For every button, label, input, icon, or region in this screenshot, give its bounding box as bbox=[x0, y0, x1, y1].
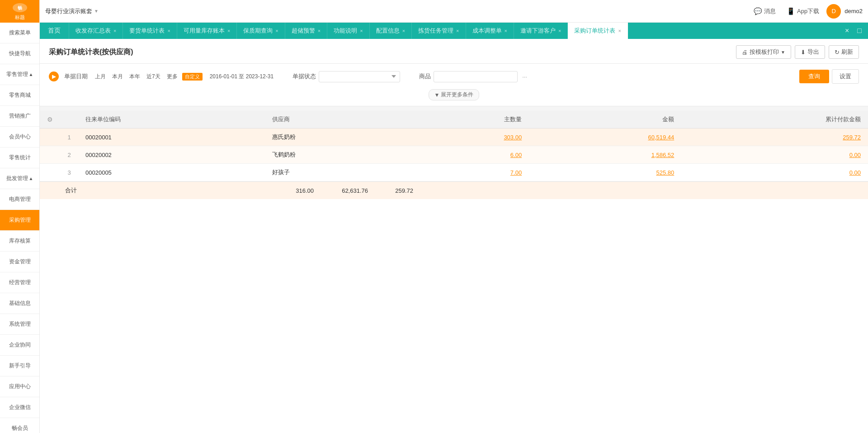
sidebar-item-enterprise[interactable]: 企业协同 bbox=[0, 335, 39, 356]
filter-expand-row: ▼ 展开更多条件 bbox=[49, 87, 859, 100]
sidebar-item-wholesale[interactable]: 批发管理 ▲ bbox=[0, 168, 39, 189]
tab-receive-summary[interactable]: 收发存汇总表 × bbox=[69, 23, 123, 39]
message-icon: 💬 bbox=[754, 7, 762, 15]
export-icon: ⬇ bbox=[801, 49, 806, 56]
sidebar-item-label: 零售统计 bbox=[9, 154, 31, 162]
sidebar-item-finance[interactable]: 资金管理 bbox=[0, 252, 39, 272]
sidebar-item-inventory[interactable]: 库存核算 bbox=[0, 231, 39, 252]
settings-button[interactable]: 设置 bbox=[832, 69, 859, 84]
sidebar-item-label: 企业协同 bbox=[9, 341, 31, 349]
goods-input[interactable] bbox=[434, 71, 518, 82]
shortcut-this-month[interactable]: 本月 bbox=[110, 72, 125, 81]
custom-date-badge[interactable]: 自定义 bbox=[182, 73, 203, 81]
tab-invite-downstream[interactable]: 邀请下游客户 × bbox=[514, 23, 568, 39]
sidebar-item-newbie[interactable]: 新手引导 bbox=[0, 356, 39, 376]
tab-close-icon[interactable]: × bbox=[318, 28, 321, 33]
expand-button[interactable]: ▼ 展开更多条件 bbox=[429, 89, 480, 100]
sidebar-item-label: 经营管理 bbox=[9, 279, 31, 286]
tab-home[interactable]: 首页 bbox=[40, 23, 69, 39]
app-logo-label: 标题 bbox=[15, 14, 25, 21]
maximize-button[interactable]: □ bbox=[854, 26, 864, 36]
workspace-chevron-icon: ▼ bbox=[94, 9, 99, 14]
app-download-button[interactable]: 📱 App下载 bbox=[783, 5, 823, 17]
sidebar-item-corp-wechat[interactable]: 企业微信 bbox=[0, 397, 39, 418]
table-row[interactable]: 1 00020001 惠氏奶粉 303.00 60,519.44 259.72 bbox=[40, 128, 868, 146]
row-paid[interactable]: 0.00 bbox=[681, 146, 868, 164]
page-actions: 🖨 按模板打印 ▼ ⬇ 导出 ↻ 刷新 bbox=[736, 45, 859, 59]
tab-config-info[interactable]: 配置信息 × bbox=[370, 23, 412, 39]
sidebar-item-label: 电商管理 bbox=[9, 195, 31, 203]
expand-label: 展开更多条件 bbox=[441, 91, 473, 99]
sidebar-item-ecom[interactable]: 电商管理 bbox=[0, 189, 39, 210]
tab-cost-adjust[interactable]: 成本调整单 × bbox=[466, 23, 514, 39]
tab-close-icon[interactable]: × bbox=[505, 28, 507, 33]
print-button[interactable]: 🖨 按模板打印 ▼ bbox=[736, 45, 791, 59]
row-amount[interactable]: 60,519.44 bbox=[529, 128, 681, 146]
row-paid[interactable]: 259.72 bbox=[681, 128, 868, 146]
tab-close-icon[interactable]: × bbox=[113, 28, 116, 33]
sidebar-item-basic[interactable]: 基础信息 bbox=[0, 293, 39, 314]
col-paid-header: 累计付款金额 bbox=[681, 111, 868, 128]
col-supplier-header: 供应商 bbox=[265, 111, 407, 128]
sidebar-item-ops[interactable]: 经营管理 bbox=[0, 272, 39, 293]
shortcut-last-month[interactable]: 上月 bbox=[93, 72, 108, 81]
avatar[interactable]: D bbox=[826, 4, 841, 19]
filter-row-1: ▶ 单据日期 上月 本月 本年 近7天 更多 自定义 2016-01-01 至 … bbox=[49, 69, 859, 84]
settings-icon[interactable]: ⚙ bbox=[47, 116, 53, 123]
tab-available-inventory[interactable]: 可用量库存账本 × bbox=[177, 23, 237, 39]
footer-paid: 259.72 bbox=[368, 187, 413, 194]
tab-close-icon[interactable]: × bbox=[167, 28, 170, 33]
tab-shelf-life[interactable]: 保质期查询 × bbox=[237, 23, 285, 39]
goods-more-icon[interactable]: ··· bbox=[522, 73, 527, 80]
tab-purchase-stat[interactable]: 采购订单统计表 × bbox=[568, 23, 627, 39]
tab-close-icon[interactable]: × bbox=[402, 28, 405, 33]
tab-close-icon[interactable]: × bbox=[558, 28, 561, 33]
table-row[interactable]: 3 00020005 好孩子 7.00 525.80 0.00 bbox=[40, 164, 868, 181]
status-select[interactable] bbox=[319, 71, 400, 82]
sidebar-item-apps[interactable]: 应用中心 bbox=[0, 376, 39, 397]
tab-close-icon[interactable]: × bbox=[275, 28, 278, 33]
tab-close-icon[interactable]: × bbox=[227, 28, 230, 33]
close-tab-button[interactable]: × bbox=[842, 26, 852, 36]
row-quantity[interactable]: 7.00 bbox=[407, 164, 529, 181]
row-amount[interactable]: 525.80 bbox=[529, 164, 681, 181]
shortcut-7days[interactable]: 近7天 bbox=[145, 72, 162, 81]
sidebar-item-retail[interactable]: 零售管理 ▲ bbox=[0, 64, 39, 85]
tab-close-icon[interactable]: × bbox=[618, 28, 621, 33]
sidebar-item-system[interactable]: 系统管理 bbox=[0, 314, 39, 335]
search-button[interactable]: 查询 bbox=[799, 70, 829, 83]
sidebar-item-purchase[interactable]: 采购管理 bbox=[0, 210, 39, 231]
sidebar-item-retail-stat[interactable]: 零售统计 bbox=[0, 148, 39, 168]
tab-label: 成本调整单 bbox=[472, 27, 502, 35]
row-unit-code: 00020005 bbox=[78, 164, 265, 181]
data-table: ⚙ 往来单位编码 供应商 主数量 金额 累计付款金额 1 00020001 惠氏… bbox=[40, 111, 868, 181]
refresh-button[interactable]: ↻ 刷新 bbox=[829, 45, 859, 59]
tab-function-desc[interactable]: 功能说明 × bbox=[327, 23, 369, 39]
tab-overstock-warning[interactable]: 超储预警 × bbox=[285, 23, 327, 39]
message-button[interactable]: 💬 消息 bbox=[750, 5, 779, 17]
sidebar-item-search[interactable]: 搜索菜单 bbox=[0, 23, 39, 43]
table-row[interactable]: 2 00020002 飞鹤奶粉 6.00 1,586.52 0.00 bbox=[40, 146, 868, 164]
row-quantity[interactable]: 6.00 bbox=[407, 146, 529, 164]
row-quantity[interactable]: 303.00 bbox=[407, 128, 529, 146]
sidebar-item-vip[interactable]: 畅会员 bbox=[0, 418, 39, 433]
page-title: 采购订单统计表(按供应商) bbox=[49, 48, 133, 57]
row-amount[interactable]: 1,586.52 bbox=[529, 146, 681, 164]
table-footer: 合计 316.00 62,631.76 259.72 bbox=[40, 181, 868, 199]
sidebar-item-member[interactable]: 会员中心 bbox=[0, 127, 39, 148]
tab-order-summary[interactable]: 要货单统计表 × bbox=[123, 23, 177, 39]
export-button[interactable]: ⬇ 导出 bbox=[795, 45, 825, 59]
row-paid[interactable]: 0.00 bbox=[681, 164, 868, 181]
shortcut-more[interactable]: 更多 bbox=[165, 72, 179, 81]
shortcut-this-year[interactable]: 本年 bbox=[127, 72, 142, 81]
workspace-selector[interactable]: 母婴行业演示账套 ▼ bbox=[45, 7, 99, 15]
sidebar-item-quick-nav[interactable]: 快捷导航 bbox=[0, 43, 39, 64]
filter-toggle-button[interactable]: ▶ bbox=[49, 71, 59, 81]
sidebar-item-marketing[interactable]: 营销推广 bbox=[0, 106, 39, 127]
username-label[interactable]: demo2 bbox=[844, 8, 863, 14]
tab-close-icon[interactable]: × bbox=[360, 28, 363, 33]
row-number: 3 bbox=[60, 164, 78, 181]
sidebar-item-retail-mall[interactable]: 零售商城 bbox=[0, 85, 39, 106]
tab-pickup-task[interactable]: 拣货任务管理 × bbox=[412, 23, 466, 39]
tab-close-icon[interactable]: × bbox=[456, 28, 459, 33]
